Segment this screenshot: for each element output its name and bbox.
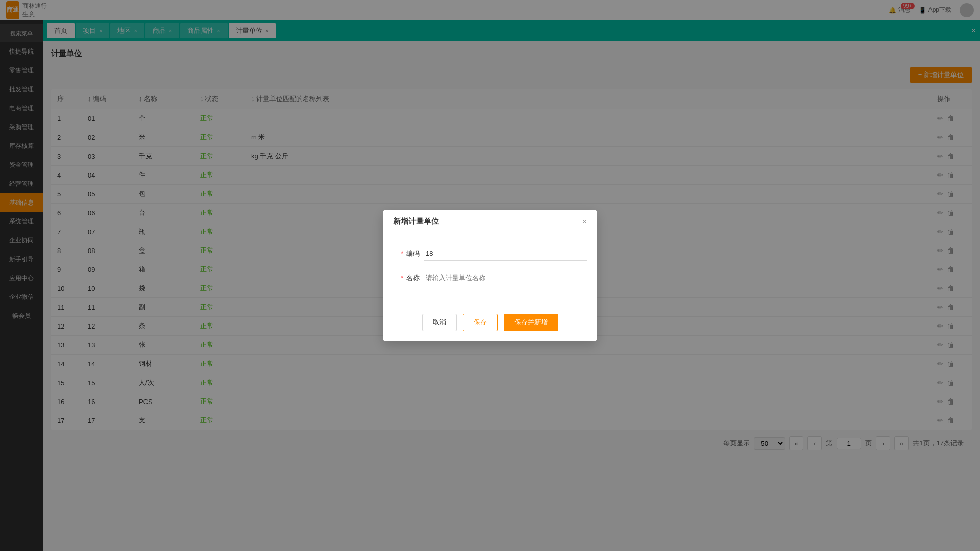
code-input[interactable] bbox=[424, 246, 587, 261]
required-indicator-name: * bbox=[401, 274, 403, 282]
name-input[interactable] bbox=[424, 271, 587, 285]
modal-footer: 取消 保存 保存并新增 bbox=[383, 308, 597, 341]
modal-header: 新增计量单位 × bbox=[383, 210, 597, 234]
cancel-button[interactable]: 取消 bbox=[422, 314, 457, 331]
modal-overlay[interactable]: 新增计量单位 × * 编码 * 名称 取消 保存 保存并新增 bbox=[0, 0, 980, 551]
add-unit-modal: 新增计量单位 × * 编码 * 名称 取消 保存 保存并新增 bbox=[383, 210, 597, 341]
name-label: * 名称 bbox=[393, 273, 424, 283]
modal-body: * 编码 * 名称 bbox=[383, 234, 597, 308]
code-label: * 编码 bbox=[393, 249, 424, 258]
save-button[interactable]: 保存 bbox=[463, 314, 498, 331]
form-row-name: * 名称 bbox=[393, 271, 587, 285]
save-and-new-button[interactable]: 保存并新增 bbox=[504, 314, 558, 331]
form-row-code: * 编码 bbox=[393, 246, 587, 261]
modal-close-button[interactable]: × bbox=[582, 217, 587, 227]
required-indicator-code: * bbox=[401, 249, 403, 257]
modal-title: 新增计量单位 bbox=[393, 217, 439, 227]
